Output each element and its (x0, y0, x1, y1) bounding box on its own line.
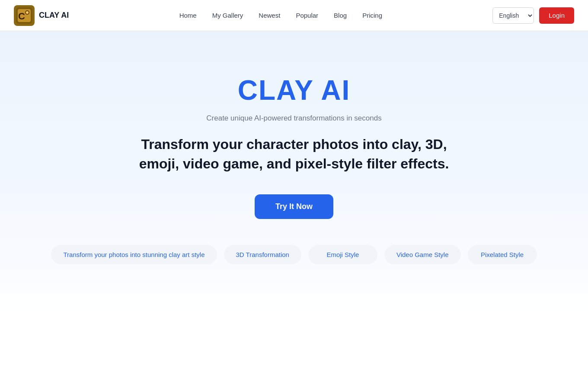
hero-title: CLAY AI (238, 74, 351, 106)
nav-links: Home My Gallery Newest Popular Blog Pric… (179, 12, 382, 19)
style-pill-emoji[interactable]: Emoji Style (308, 245, 377, 264)
style-pill-3d[interactable]: 3D Transformation (224, 245, 301, 264)
nav-my-gallery[interactable]: My Gallery (212, 12, 243, 19)
style-pill-video-game[interactable]: Video Game Style (384, 245, 461, 264)
nav-popular[interactable]: Popular (296, 12, 318, 19)
brand-logo-icon: C (16, 7, 32, 24)
nav-newest[interactable]: Newest (259, 12, 280, 19)
svg-text:C: C (18, 11, 25, 22)
try-it-now-button[interactable]: Try It Now (255, 194, 333, 219)
hero-subtitle: Create unique AI-powered transformations… (206, 114, 381, 123)
nav-home[interactable]: Home (179, 12, 197, 19)
nav-blog[interactable]: Blog (334, 12, 347, 19)
navbar: C CLAY AI Home My Gallery Newest Popular… (0, 0, 588, 31)
style-pill-pixelated[interactable]: Pixelated Style (468, 245, 537, 264)
language-select[interactable]: English 中文 日本語 한국어 Español Français (492, 7, 534, 24)
nav-pricing[interactable]: Pricing (362, 12, 382, 19)
navbar-right: English 中文 日本語 한국어 Español Français Logi… (492, 7, 574, 24)
brand-logo-link[interactable]: C CLAY AI (14, 5, 69, 26)
hero-description: Transform your character photos into cla… (130, 135, 458, 174)
svg-point-4 (26, 11, 29, 14)
style-pills-container: Transform your photos into stunning clay… (35, 245, 553, 264)
style-pill-clay-art[interactable]: Transform your photos into stunning clay… (51, 245, 217, 264)
brand-logo: C (14, 5, 35, 26)
hero-section: CLAY AI Create unique AI-powered transfo… (0, 31, 588, 316)
brand-name: CLAY AI (39, 11, 69, 20)
login-button[interactable]: Login (539, 7, 574, 24)
